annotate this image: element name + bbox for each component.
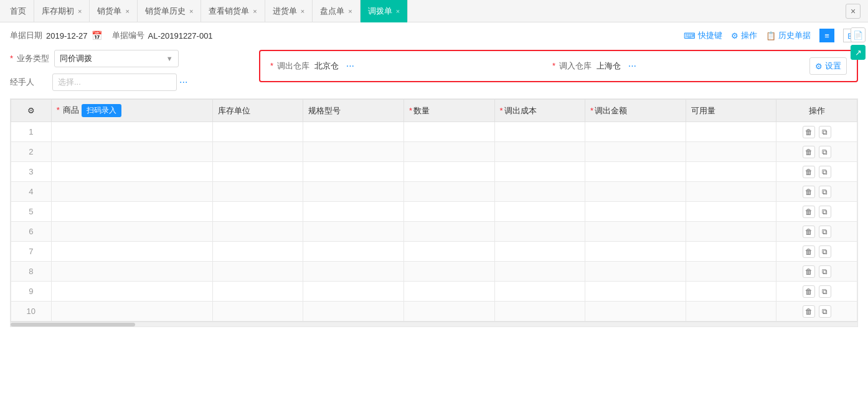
copy-row-button[interactable]: ⧉ [819, 206, 831, 218]
table-cell[interactable] [51, 142, 212, 162]
calendar-icon[interactable]: 📅 [92, 31, 102, 40]
tab-close-sales-history[interactable]: × [189, 7, 193, 15]
table-cell[interactable] [403, 262, 494, 282]
table-cell[interactable] [585, 282, 686, 302]
table-cell[interactable] [686, 202, 776, 222]
side-export-btn[interactable]: ↗ [851, 45, 866, 60]
table-cell[interactable] [212, 262, 303, 282]
table-cell[interactable] [403, 282, 494, 302]
table-cell[interactable] [686, 262, 776, 282]
handler-more-btn[interactable]: ··· [177, 77, 190, 88]
table-cell[interactable] [303, 142, 404, 162]
horizontal-scrollbar[interactable] [11, 321, 857, 326]
table-cell[interactable] [585, 182, 686, 202]
table-cell[interactable] [494, 302, 585, 321]
table-cell[interactable] [585, 142, 686, 162]
table-cell[interactable] [212, 222, 303, 242]
out-warehouse-more-btn[interactable]: ··· [344, 60, 357, 72]
table-cell[interactable] [303, 262, 404, 282]
tab-stocktake[interactable]: 盘点单 × [313, 0, 360, 22]
table-cell[interactable] [51, 282, 212, 302]
scan-entry-button[interactable]: 扫码录入 [82, 104, 121, 117]
delete-row-button[interactable]: 🗑 [803, 186, 815, 198]
tab-close-sales-order[interactable]: × [125, 7, 129, 15]
copy-row-button[interactable]: ⧉ [819, 285, 831, 298]
table-cell[interactable] [494, 282, 585, 302]
delete-row-button[interactable]: 🗑 [803, 146, 815, 158]
table-cell[interactable] [686, 122, 776, 142]
table-cell[interactable] [212, 202, 303, 222]
table-cell[interactable] [686, 162, 776, 182]
table-cell[interactable] [303, 302, 404, 321]
tab-view-sales[interactable]: 查看销货单 × [201, 0, 265, 22]
table-cell[interactable] [494, 202, 585, 222]
table-cell[interactable] [303, 242, 404, 262]
table-cell[interactable] [494, 222, 585, 242]
table-cell[interactable] [585, 242, 686, 262]
delete-row-button[interactable]: 🗑 [803, 126, 815, 138]
window-close-button[interactable]: × [846, 4, 861, 19]
delete-row-button[interactable]: 🗑 [803, 206, 815, 218]
table-cell[interactable] [403, 302, 494, 321]
table-cell[interactable] [303, 202, 404, 222]
table-cell[interactable] [212, 242, 303, 262]
copy-row-button[interactable]: ⧉ [819, 186, 831, 198]
th-gear[interactable]: ⚙ [11, 100, 52, 122]
table-cell[interactable] [303, 122, 404, 142]
table-cell[interactable] [585, 162, 686, 182]
table-cell[interactable] [494, 262, 585, 282]
table-cell[interactable] [686, 282, 776, 302]
table-cell[interactable] [686, 182, 776, 202]
settings-btn[interactable]: ⚙ 设置 [809, 57, 847, 75]
table-cell[interactable] [585, 122, 686, 142]
delete-row-button[interactable]: 🗑 [803, 245, 815, 258]
table-cell[interactable] [403, 142, 494, 162]
copy-row-button[interactable]: ⧉ [819, 166, 831, 178]
in-warehouse-more-btn[interactable]: ··· [626, 60, 639, 72]
table-cell[interactable] [403, 222, 494, 242]
table-cell[interactable] [51, 182, 212, 202]
table-cell[interactable] [212, 122, 303, 142]
actions-btn[interactable]: ⚙ 操作 [731, 30, 757, 41]
table-cell[interactable] [585, 262, 686, 282]
copy-row-button[interactable]: ⧉ [819, 126, 831, 138]
table-cell[interactable] [403, 162, 494, 182]
table-cell[interactable] [51, 302, 212, 321]
business-type-select[interactable]: 同价调拨 ▼ [54, 50, 179, 67]
table-cell[interactable] [51, 202, 212, 222]
shortcuts-btn[interactable]: ⌨ 快捷键 [684, 30, 722, 41]
table-cell[interactable] [494, 182, 585, 202]
tab-close-stocktake[interactable]: × [348, 7, 352, 15]
table-cell[interactable] [51, 122, 212, 142]
table-cell[interactable] [585, 202, 686, 222]
tab-sales-order[interactable]: 销货单 × [90, 0, 137, 22]
tab-close-purchase[interactable]: × [301, 7, 304, 15]
handler-select[interactable]: 选择... [52, 74, 177, 91]
delete-row-button[interactable]: 🗑 [803, 285, 815, 298]
tab-inventory-init[interactable]: 库存期初 × [34, 0, 90, 22]
table-cell[interactable] [303, 222, 404, 242]
tab-transfer[interactable]: 调拨单 × [361, 0, 408, 22]
table-cell[interactable] [403, 122, 494, 142]
table-cell[interactable] [585, 222, 686, 242]
table-cell[interactable] [303, 282, 404, 302]
table-cell[interactable] [585, 302, 686, 321]
table-cell[interactable] [212, 282, 303, 302]
copy-row-button[interactable]: ⧉ [819, 146, 831, 158]
copy-row-button[interactable]: ⧉ [819, 245, 831, 258]
copy-row-button[interactable]: ⧉ [819, 305, 831, 318]
table-cell[interactable] [494, 242, 585, 262]
tab-home[interactable]: 首页 [2, 0, 34, 22]
table-cell[interactable] [212, 302, 303, 321]
history-btn[interactable]: 📋 历史单据 [766, 30, 811, 41]
delete-row-button[interactable]: 🗑 [803, 226, 815, 238]
tab-sales-history[interactable]: 销货单历史 × [138, 0, 201, 22]
tab-close-view-sales[interactable]: × [253, 7, 257, 15]
table-cell[interactable] [303, 182, 404, 202]
table-cell[interactable] [212, 142, 303, 162]
table-cell[interactable] [303, 162, 404, 182]
copy-row-button[interactable]: ⧉ [819, 226, 831, 238]
table-cell[interactable] [403, 182, 494, 202]
table-cell[interactable] [494, 142, 585, 162]
side-doc-btn[interactable]: 📄 [851, 27, 866, 42]
